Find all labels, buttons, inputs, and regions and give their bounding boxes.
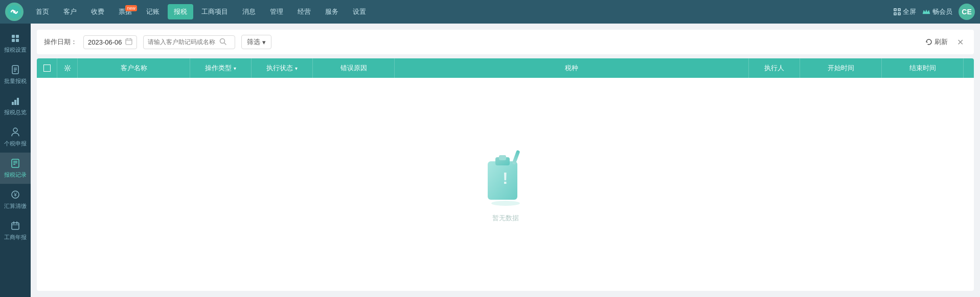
main-layout: 报税设置 批量报税 报税总览 [0, 24, 980, 297]
sidebar: 报税设置 批量报税 报税总览 [0, 24, 31, 297]
th-end-time: 结束时间 [882, 58, 964, 78]
nav-industry[interactable]: 工商项目 [195, 4, 234, 19]
search-icon[interactable] [219, 38, 226, 47]
svg-point-35 [66, 67, 69, 69]
empty-state: ! [477, 146, 534, 223]
svg-marker-34 [926, 41, 928, 43]
sidebar-label-settlement: 汇算清缴 [4, 202, 27, 210]
svg-rect-28 [126, 39, 132, 45]
th-executor: 执行人 [749, 58, 800, 78]
nav-customer[interactable]: 客户 [57, 4, 83, 19]
tax-settings-icon [10, 33, 21, 44]
date-value: 2023-06-06 [88, 38, 122, 46]
svg-text:¥: ¥ [13, 192, 17, 198]
sidebar-item-batch-tax[interactable]: 批量报税 [0, 59, 31, 90]
svg-rect-7 [16, 35, 19, 38]
sort-operation-type-icon[interactable]: ▾ [234, 66, 236, 71]
th-scroll [964, 58, 974, 78]
top-navigation: 首页 客户 收费 票据 new 记账 报税 工商项目 消息 管理 经营 服务 设… [0, 0, 980, 24]
tax-overview-icon [10, 95, 21, 107]
nav-message[interactable]: 消息 [236, 4, 262, 19]
app-logo [5, 3, 24, 21]
svg-rect-6 [12, 35, 15, 38]
content-area: 操作日期： 2023-06-06 [31, 24, 980, 297]
full-screen-label: 全屏 [903, 7, 916, 16]
nav-operation[interactable]: 经营 [291, 4, 317, 19]
svg-point-1 [13, 10, 16, 13]
nav-home[interactable]: 首页 [30, 4, 55, 19]
svg-rect-2 [894, 9, 896, 11]
new-badge: new [125, 5, 137, 11]
svg-point-36 [491, 201, 520, 206]
table-container: 客户名称 操作类型 ▾ 执行状态 ▾ 错误原因 税种 执行人 开始时间 结束时间 [37, 58, 974, 291]
th-tax-type: 税种 [395, 58, 749, 78]
date-label: 操作日期： [44, 37, 77, 47]
calendar-icon [125, 38, 132, 47]
nav-service[interactable]: 服务 [319, 4, 345, 19]
svg-line-33 [224, 43, 226, 45]
svg-rect-41 [512, 150, 520, 165]
svg-rect-4 [894, 13, 896, 15]
filter-chevron-icon: ▾ [262, 38, 266, 46]
table-body-empty: ! [37, 78, 974, 291]
annual-report-icon [10, 220, 21, 231]
top-nav-right: 全屏 畅会员 CE [894, 4, 975, 20]
batch-tax-icon [10, 64, 21, 75]
date-picker[interactable]: 2023-06-06 [83, 35, 137, 49]
th-exec-status: 执行状态 ▾ [252, 58, 313, 78]
th-start-time: 开始时间 [800, 58, 882, 78]
nav-collection[interactable]: 收费 [85, 4, 110, 19]
avatar[interactable]: CE [959, 4, 975, 20]
svg-rect-24 [12, 223, 19, 229]
header-checkbox[interactable] [43, 65, 51, 72]
sidebar-item-personal-tax[interactable]: 个税申报 [0, 121, 31, 153]
sidebar-label-personal-tax: 个税申报 [4, 140, 27, 147]
th-error-reason: 错误原因 [313, 58, 395, 78]
refresh-label: 刷新 [935, 37, 948, 47]
sidebar-item-settlement[interactable]: ¥ 汇算清缴 [0, 184, 31, 215]
nav-manage[interactable]: 管理 [264, 4, 289, 19]
sidebar-label-tax-record: 报税记录 [4, 171, 27, 179]
toolbar: 操作日期： 2023-06-06 [37, 30, 974, 54]
svg-rect-3 [898, 9, 900, 11]
svg-text:!: ! [503, 169, 508, 187]
th-operation-type: 操作类型 ▾ [190, 58, 252, 78]
vip-label: 畅会员 [932, 7, 952, 16]
sidebar-label-annual-report: 工商年报 [4, 234, 27, 241]
close-button[interactable]: ✕ [954, 36, 967, 48]
refresh-button[interactable]: 刷新 [925, 37, 948, 47]
full-screen-btn[interactable]: 全屏 [894, 7, 916, 16]
sort-exec-status-icon[interactable]: ▾ [295, 66, 298, 71]
sidebar-item-tax-record[interactable]: 报税记录 [0, 153, 31, 184]
th-customer-name: 客户名称 [78, 58, 190, 78]
nav-tax[interactable]: 报税 [168, 4, 193, 19]
tax-record-icon [10, 158, 21, 169]
filter-button[interactable]: 筛选 ▾ [241, 35, 271, 49]
empty-text: 暂无数据 [492, 214, 519, 223]
sidebar-item-tax-settings[interactable]: 报税设置 [0, 28, 31, 59]
svg-rect-39 [499, 155, 506, 160]
filter-label: 筛选 [247, 37, 260, 47]
vip-btn[interactable]: 畅会员 [922, 7, 952, 16]
nav-menu: 首页 客户 收费 票据 new 记账 报税 工商项目 消息 管理 经营 服务 设… [30, 4, 894, 19]
sidebar-item-tax-overview[interactable]: 报税总览 [0, 90, 31, 121]
sidebar-item-annual-report[interactable]: 工商年报 [0, 215, 31, 246]
svg-rect-9 [16, 39, 19, 42]
th-checkbox[interactable] [37, 58, 57, 78]
nav-invoice[interactable]: 票据 new [112, 4, 138, 19]
svg-rect-18 [12, 159, 19, 167]
nav-settings[interactable]: 设置 [347, 4, 372, 19]
nav-account[interactable]: 记账 [140, 4, 166, 19]
svg-rect-8 [12, 39, 15, 42]
sidebar-label-batch-tax: 批量报税 [4, 77, 27, 85]
svg-rect-14 [12, 102, 14, 105]
empty-illustration: ! [477, 146, 534, 207]
search-input[interactable] [148, 38, 219, 46]
settlement-icon: ¥ [10, 189, 21, 200]
sidebar-label-tax-overview: 报税总览 [4, 109, 27, 116]
th-settings [57, 58, 78, 78]
svg-rect-16 [17, 98, 19, 105]
sidebar-label-tax-settings: 报税设置 [4, 46, 27, 54]
svg-rect-15 [14, 100, 16, 105]
search-box [143, 35, 235, 49]
